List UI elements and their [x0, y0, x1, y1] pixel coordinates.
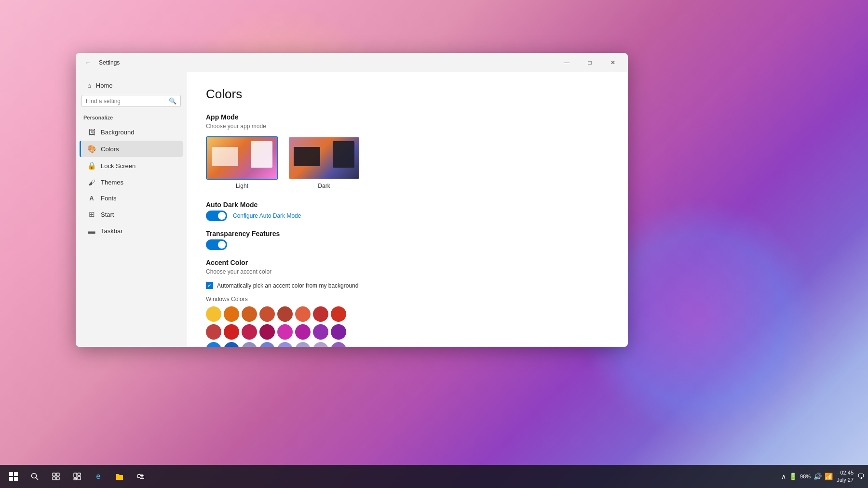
back-button[interactable]: ←	[81, 56, 95, 69]
color-dot[interactable]	[242, 342, 257, 347]
color-dot[interactable]	[224, 306, 239, 322]
close-button[interactable]: ✕	[602, 55, 624, 70]
color-dot[interactable]	[242, 324, 257, 340]
store-button[interactable]: 🛍	[131, 467, 150, 486]
color-dot[interactable]	[259, 324, 275, 340]
svg-rect-0	[9, 472, 13, 476]
sidebar-item-label: Taskbar	[101, 227, 123, 235]
color-dot[interactable]	[331, 324, 346, 340]
widgets-button[interactable]	[68, 467, 87, 486]
color-dot[interactable]	[277, 342, 293, 347]
start-icon: ⊞	[87, 210, 96, 219]
search-box: 🔍	[81, 95, 181, 107]
transparency-row	[206, 239, 609, 250]
page-title: Colors	[206, 87, 609, 102]
color-dot[interactable]	[259, 306, 275, 322]
color-dot[interactable]	[259, 342, 275, 347]
back-icon: ←	[85, 59, 92, 66]
network-icon[interactable]: 📶	[825, 473, 833, 480]
sidebar-item-label: Lock Screen	[101, 162, 136, 170]
configure-auto-dark-link[interactable]: Configure Auto Dark Mode	[233, 212, 301, 219]
svg-rect-8	[53, 477, 55, 480]
color-grid	[206, 306, 609, 347]
sidebar-item-colors[interactable]: 🎨 Colors	[80, 141, 183, 157]
lock-screen-icon: 🔒	[87, 161, 96, 170]
sidebar-section-label: Personalize	[76, 113, 187, 122]
search-input[interactable]	[86, 98, 166, 105]
svg-rect-10	[74, 473, 77, 477]
color-dot[interactable]	[295, 324, 311, 340]
light-thumb	[206, 136, 278, 180]
svg-line-5	[36, 477, 38, 480]
fonts-icon: A	[87, 195, 96, 202]
mode-option-dark[interactable]: Dark	[288, 136, 360, 189]
sidebar-item-themes[interactable]: 🖌 Themes	[80, 174, 183, 190]
colors-icon: 🎨	[87, 145, 96, 153]
dark-label: Dark	[318, 183, 330, 189]
light-label: Light	[236, 183, 248, 189]
task-view-button[interactable]	[46, 467, 66, 486]
sidebar-item-fonts[interactable]: A Fonts	[80, 191, 183, 206]
notification-icon[interactable]: 🗨	[857, 473, 864, 480]
taskbar-icon: ▬	[87, 227, 96, 235]
search-icon[interactable]: 🔍	[169, 97, 176, 105]
sidebar-item-taskbar[interactable]: ▬ Taskbar	[80, 223, 183, 239]
svg-rect-3	[14, 477, 18, 481]
volume-icon[interactable]: 🔊	[814, 473, 822, 480]
svg-rect-13	[74, 478, 77, 480]
explorer-button[interactable]	[110, 467, 129, 486]
color-dot[interactable]	[206, 324, 221, 340]
main-content: Colors App Mode Choose your app mode Lig…	[187, 72, 628, 347]
taskbar-right: ∧ 🔋 98% 🔊 📶 02:45 July 27 🗨	[781, 469, 864, 484]
color-dot[interactable]	[331, 306, 346, 322]
windows-colors-label: Windows Colors	[206, 296, 609, 303]
taskbar-clock[interactable]: 02:45 July 27	[837, 469, 854, 484]
accent-color-section: Accent Color Choose your accent color ✓ …	[206, 259, 609, 347]
sidebar-item-label: Colors	[101, 145, 119, 153]
color-dot[interactable]	[295, 342, 311, 347]
color-dot[interactable]	[224, 342, 239, 347]
auto-accent-row: ✓ Automatically pick an accent color fro…	[206, 282, 609, 289]
sidebar-item-background[interactable]: 🖼 Background	[80, 124, 183, 140]
color-dot[interactable]	[277, 306, 293, 322]
color-dot[interactable]	[206, 306, 221, 322]
sidebar-item-label: Fonts	[101, 195, 117, 202]
color-row-1	[206, 306, 609, 322]
accent-color-desc: Choose your accent color	[206, 268, 609, 275]
color-dot[interactable]	[313, 306, 328, 322]
transparency-toggle[interactable]	[206, 239, 227, 250]
edge-button[interactable]: e	[89, 467, 108, 486]
color-row-2	[206, 324, 609, 340]
color-dot[interactable]	[295, 306, 311, 322]
color-dot[interactable]	[313, 342, 328, 347]
dark-thumb	[288, 136, 360, 180]
battery-icon[interactable]: 🔋	[789, 473, 797, 480]
start-button[interactable]	[4, 467, 23, 486]
transparency-section: Transparency Features	[206, 230, 609, 250]
sidebar-item-home[interactable]: ⌂ Home	[80, 78, 183, 93]
search-button[interactable]	[25, 467, 44, 486]
window-title: Settings	[99, 59, 120, 66]
window-controls: — □ ✕	[556, 55, 624, 70]
taskbar-system-icons: ∧ 🔋 98% 🔊 📶	[781, 473, 833, 480]
color-dot[interactable]	[242, 306, 257, 322]
home-icon: ⌂	[87, 82, 91, 89]
auto-accent-label: Automatically pick an accent color from …	[217, 282, 358, 289]
auto-accent-checkbox[interactable]: ✓	[206, 282, 213, 289]
color-dot[interactable]	[224, 324, 239, 340]
color-dot[interactable]	[313, 324, 328, 340]
minimize-button[interactable]: —	[556, 55, 578, 70]
chevron-up-icon[interactable]: ∧	[781, 473, 786, 480]
svg-rect-1	[14, 472, 18, 476]
auto-dark-mode-toggle[interactable]	[206, 211, 227, 221]
background-icon: 🖼	[87, 128, 96, 136]
color-dot[interactable]	[277, 324, 293, 340]
mode-option-light[interactable]: Light	[206, 136, 278, 189]
sidebar-item-start[interactable]: ⊞ Start	[80, 206, 183, 223]
app-mode-title: App Mode	[206, 113, 609, 121]
color-dot[interactable]	[206, 342, 221, 347]
color-dot[interactable]	[331, 342, 346, 347]
sidebar-item-label: Start	[101, 211, 114, 218]
sidebar-item-lock-screen[interactable]: 🔒 Lock Screen	[80, 158, 183, 174]
maximize-button[interactable]: □	[579, 55, 601, 70]
